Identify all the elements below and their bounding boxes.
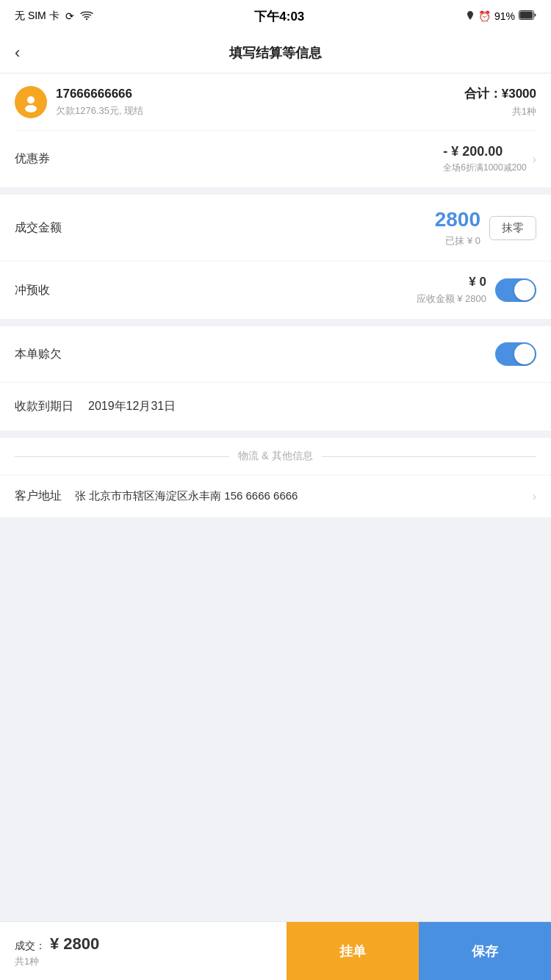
bottom-info: 成交： ¥ 2800 共1种 xyxy=(0,934,287,968)
battery-percent: 91% xyxy=(494,10,515,22)
logistics-divider: 物流 & 其他信息 xyxy=(0,438,551,475)
save-button[interactable]: 保存 xyxy=(419,922,551,980)
sim-label: 无 SIM 卡 xyxy=(15,10,60,23)
precollect-right: ¥ 0 应收金额 ¥ 2800 xyxy=(417,275,536,306)
main-content: 17666666666 欠款1276.35元, 现结 合计：¥3000 共1种 … xyxy=(0,73,551,693)
precollect-label: 冲预收 xyxy=(15,283,50,298)
address-content: 张 北京市市辖区海淀区永丰南 156 6666 6666 xyxy=(75,489,524,503)
alarm-icon: ⏰ xyxy=(478,10,491,22)
bottom-deal-label-text: 成交： xyxy=(15,940,46,953)
bottom-deal-row: 成交： ¥ 2800 xyxy=(15,934,287,954)
amount-row: 成交金额 2800 已抹 ¥ 0 抹零 xyxy=(0,195,551,262)
coupon-label: 优惠券 xyxy=(15,151,50,167)
avatar xyxy=(15,86,47,118)
toggle-knob xyxy=(514,280,535,300)
svg-rect-2 xyxy=(519,12,533,19)
coupon-row[interactable]: 优惠券 - ¥ 200.00 全场6折满1000减200 › xyxy=(15,130,536,187)
debit-row: 本单赊欠 xyxy=(0,326,551,383)
customer-info: 17666666666 欠款1276.35元, 现结 xyxy=(56,87,143,118)
debit-section: 本单赊欠 收款到期日 2019年12月31日 xyxy=(0,326,551,430)
status-right: ⏰ 91% xyxy=(466,10,536,23)
customer-card: 17666666666 欠款1276.35元, 现结 合计：¥3000 共1种 … xyxy=(0,73,551,187)
total-count: 共1种 xyxy=(464,105,536,118)
amount-section: 成交金额 2800 已抹 ¥ 0 抹零 冲预收 ¥ 0 应收金额 ¥ 2800 xyxy=(0,195,551,319)
svg-point-3 xyxy=(27,96,35,104)
bottom-bar: 成交： ¥ 2800 共1种 挂单 保存 xyxy=(0,921,551,980)
amount-right: 2800 已抹 ¥ 0 抹零 xyxy=(435,208,536,248)
amount-sub: 已抹 ¥ 0 xyxy=(435,234,480,248)
logistics-section: 物流 & 其他信息 客户地址 张 北京市市辖区海淀区永丰南 156 6666 6… xyxy=(0,438,551,517)
status-bar: 无 SIM 卡 ⟳ 下午4:03 ⏰ 91% xyxy=(0,0,551,32)
precollect-sub: 应收金额 ¥ 2800 xyxy=(417,292,486,306)
precollect-amount: ¥ 0 xyxy=(417,275,486,289)
due-date-label: 收款到期日 xyxy=(15,399,73,414)
wifi-signal-icon xyxy=(80,10,93,23)
logistics-label: 物流 & 其他信息 xyxy=(238,450,312,463)
due-date-value: 2019年12月31日 xyxy=(88,399,176,414)
svg-point-4 xyxy=(25,105,37,112)
back-button[interactable]: ‹ xyxy=(15,43,20,62)
page-title: 填写结算等信息 xyxy=(229,44,322,62)
extra-space xyxy=(0,525,551,627)
status-left: 无 SIM 卡 ⟳ xyxy=(15,10,93,23)
debit-toggle[interactable] xyxy=(495,342,536,366)
debit-label: 本单赊欠 xyxy=(15,347,62,362)
round-button[interactable]: 抹零 xyxy=(489,216,536,240)
total-amount: 合计：¥3000 xyxy=(464,85,536,102)
address-chevron-icon: › xyxy=(533,490,536,503)
customer-left: 17666666666 欠款1276.35元, 现结 xyxy=(15,86,143,118)
amount-value: 2800 xyxy=(435,208,480,231)
nav-bar: ‹ 填写结算等信息 xyxy=(0,32,551,73)
bottom-buttons: 挂单 保存 xyxy=(287,922,551,980)
battery-icon xyxy=(519,10,536,22)
customer-phone: 17666666666 xyxy=(56,87,143,101)
precollect-toggle[interactable] xyxy=(495,278,536,302)
address-label: 客户地址 xyxy=(15,489,66,504)
status-time: 下午4:03 xyxy=(254,8,304,25)
wifi-icon: ⟳ xyxy=(65,10,74,22)
due-date-row: 收款到期日 2019年12月31日 xyxy=(0,383,551,430)
coupon-discount: - ¥ 200.00 xyxy=(443,144,526,159)
divider-line-right xyxy=(322,456,536,457)
bottom-deal-count: 共1种 xyxy=(15,955,287,968)
chevron-right-icon: › xyxy=(533,153,536,166)
location-icon xyxy=(466,10,475,23)
coupon-detail: 全场6折满1000减200 xyxy=(443,162,526,174)
amount-label: 成交金额 xyxy=(15,220,62,236)
hang-button[interactable]: 挂单 xyxy=(287,922,419,980)
address-row[interactable]: 客户地址 张 北京市市辖区海淀区永丰南 156 6666 6666 › xyxy=(0,475,551,517)
precollect-row: 冲预收 ¥ 0 应收金额 ¥ 2800 xyxy=(0,262,551,319)
customer-total: 合计：¥3000 共1种 xyxy=(464,85,536,118)
precollect-values: ¥ 0 应收金额 ¥ 2800 xyxy=(417,275,486,306)
coupon-right: - ¥ 200.00 全场6折满1000减200 › xyxy=(443,144,536,174)
customer-row: 17666666666 欠款1276.35元, 现结 合计：¥3000 共1种 xyxy=(15,73,536,130)
customer-debt: 欠款1276.35元, 现结 xyxy=(56,104,143,118)
svg-point-0 xyxy=(85,18,87,19)
debit-toggle-knob xyxy=(514,344,535,364)
divider-line-left xyxy=(15,456,229,457)
bottom-deal-amount: ¥ 2800 xyxy=(50,934,99,954)
